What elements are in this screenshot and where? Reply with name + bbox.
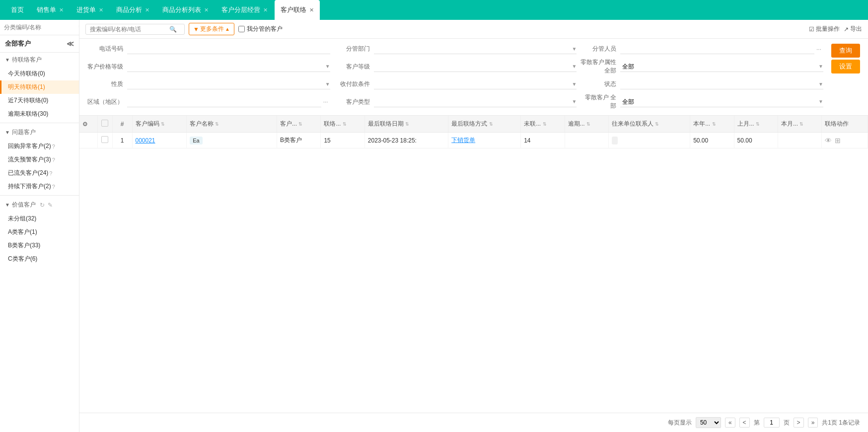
nav-purchase-close[interactable]: ✕ xyxy=(99,7,103,13)
nav-product-analysis-list[interactable]: 商品分析列表 ✕ xyxy=(156,0,215,20)
adv-select-retail-customer[interactable]: 全部 xyxy=(620,97,818,107)
nav-sales-close[interactable]: ✕ xyxy=(59,7,64,13)
per-page-select[interactable]: 50 100 xyxy=(696,417,721,428)
sidebar-collapse-icon[interactable]: ≪ xyxy=(67,40,74,48)
th-checkbox[interactable] xyxy=(97,116,112,133)
action-eye-icon[interactable]: 👁 xyxy=(825,137,832,144)
adv-select-retail-attr-wrap: 全部 ▼ xyxy=(620,62,823,72)
last-method-link[interactable]: 下销货单 xyxy=(451,137,475,144)
adv-input-region[interactable] xyxy=(127,97,321,107)
adv-field-region: 区域（地区） ··· xyxy=(87,97,330,107)
sidebar-item-tomorrow[interactable]: 明天待联络(1) xyxy=(0,80,79,94)
region-ellipsis-icon[interactable]: ··· xyxy=(321,98,330,105)
td-checkbox[interactable] xyxy=(97,133,112,148)
help-icon-2: ? xyxy=(52,157,55,163)
set-button[interactable]: 设置 xyxy=(831,60,860,73)
sidebar-item-ungrouped[interactable]: 未分组(32) xyxy=(0,212,79,225)
row-checkbox[interactable] xyxy=(101,136,108,143)
header-checkbox[interactable] xyxy=(101,120,108,127)
adv-select-dept[interactable] xyxy=(374,44,572,54)
bulk-action-btn[interactable]: ☑ 批量操作 xyxy=(809,25,840,33)
td-last-method[interactable]: 下销货单 xyxy=(448,133,521,148)
table-area: ⚙ # 客户编码 ⇅ 客户名称 ⇅ 客户... ⇅ xyxy=(79,116,868,413)
td-code[interactable]: 000021 xyxy=(132,133,187,148)
sidebar-item-churned[interactable]: 已流失客户(24) ? xyxy=(0,166,79,180)
sidebar-item-class-b[interactable]: B类客户(33) xyxy=(0,239,79,252)
th-type[interactable]: 客户... ⇅ xyxy=(277,116,320,133)
td-company-contact xyxy=(608,133,690,148)
sidebar-all-customers[interactable]: 全部客户 ≪ xyxy=(0,35,79,53)
th-overdue[interactable]: 逾期... ⇅ xyxy=(565,116,608,133)
sidebar-item-class-a[interactable]: A类客户(1) xyxy=(0,225,79,239)
nav-product-analysis-list-close[interactable]: ✕ xyxy=(204,7,209,13)
search-input[interactable] xyxy=(90,26,169,33)
nav-customer-contact[interactable]: 客户联络 ✕ xyxy=(275,0,320,20)
th-last-method[interactable]: 最后联络方式 ⇅ xyxy=(448,116,521,133)
nav-purchase[interactable]: 进货单 ✕ xyxy=(71,0,109,20)
adv-select-customer-tier[interactable] xyxy=(374,62,572,72)
sidebar-item-today[interactable]: 今天待联络(0) xyxy=(0,67,79,80)
nav-sales[interactable]: 销售单 ✕ xyxy=(31,0,70,20)
query-button[interactable]: 查询 xyxy=(831,44,860,58)
th-uncontacted[interactable]: 未联... ⇅ xyxy=(521,116,565,133)
adv-select-retail-attr[interactable]: 全部 xyxy=(620,62,818,72)
adv-select-status[interactable] xyxy=(620,79,818,89)
th-last-month[interactable]: 上月... ⇅ xyxy=(734,116,778,133)
nav-customer-tier-close[interactable]: ✕ xyxy=(263,7,268,13)
customer-code-link[interactable]: 000021 xyxy=(136,137,155,144)
sidebar-item-week7[interactable]: 近7天待联络(0) xyxy=(0,94,79,107)
th-this-year[interactable]: 本年... ⇅ xyxy=(690,116,734,133)
sidebar-item-overdue[interactable]: 逾期未联络(30) xyxy=(0,107,79,121)
manager-ellipsis-icon[interactable]: ··· xyxy=(814,46,823,53)
page-label: 第 xyxy=(754,419,760,427)
value-refresh-icon[interactable]: ↻ xyxy=(40,202,45,209)
adv-field-customer-tier: 客户等级 ▼ xyxy=(334,62,577,72)
nav-customer-tier[interactable]: 客户分层经营 ✕ xyxy=(216,0,274,20)
my-customers-checkbox-label[interactable]: 我分管的客户 xyxy=(238,25,283,33)
sidebar-search-input[interactable] xyxy=(4,24,78,31)
filter-bar: 🔍 ▼ 更多条件 ▲ 我分管的客户 ☑ 批量操作 ↗ 导出 xyxy=(79,20,868,39)
prev-page-btn[interactable]: < xyxy=(739,418,750,428)
page-number-input[interactable] xyxy=(764,418,780,428)
action-grid-icon[interactable]: ⊞ xyxy=(835,137,841,144)
status-chevron-icon: ▼ xyxy=(818,81,823,87)
td-action: 👁 ⊞ xyxy=(822,133,868,148)
sidebar-item-declining[interactable]: 持续下滑客户(2) ? xyxy=(0,180,79,193)
th-name[interactable]: 客户名称 ⇅ xyxy=(187,116,277,133)
per-page-label: 每页显示 xyxy=(668,419,692,427)
adv-select-price-tier[interactable] xyxy=(127,62,325,72)
next-page-btn[interactable]: > xyxy=(794,418,804,428)
more-conditions-btn[interactable]: ▼ 更多条件 ▲ xyxy=(189,23,234,35)
checkbox-icon: ☑ xyxy=(809,26,814,33)
adv-select-payment[interactable] xyxy=(374,79,572,89)
th-gear[interactable]: ⚙ xyxy=(79,116,97,133)
value-edit-icon[interactable]: ✎ xyxy=(48,202,53,209)
th-last-date[interactable]: 最后联络日期 ⇅ xyxy=(364,116,448,133)
sidebar-item-repurchase-abnormal[interactable]: 回购异常客户(2) ? xyxy=(0,140,79,153)
my-customers-checkbox[interactable] xyxy=(238,26,245,32)
first-page-btn[interactable]: « xyxy=(725,418,735,428)
nav-customer-contact-close[interactable]: ✕ xyxy=(309,7,314,13)
export-btn[interactable]: ↗ 导出 xyxy=(844,25,862,33)
sidebar-item-churn-warning[interactable]: 流失预警客户(3) ? xyxy=(0,153,79,166)
td-gear xyxy=(79,133,97,148)
customer-type-chevron-icon: ▼ xyxy=(572,99,577,104)
adv-select-customer-type[interactable] xyxy=(374,97,572,107)
th-contact-count[interactable]: 联络... ⇅ xyxy=(321,116,364,133)
adv-input-phone[interactable] xyxy=(127,44,330,54)
adv-label-retail-attr: 零散客户属性 全部 xyxy=(580,58,620,75)
td-type: B类客户 xyxy=(277,133,320,148)
last-page-btn[interactable]: » xyxy=(808,418,818,428)
sidebar-item-class-c[interactable]: C类客户(6) xyxy=(0,252,79,266)
nav-product-analysis-close[interactable]: ✕ xyxy=(145,7,149,13)
adv-field-nature: 性质 ▼ xyxy=(87,79,330,89)
adv-input-manager[interactable] xyxy=(620,44,814,54)
th-this-month[interactable]: 本月... ⇅ xyxy=(778,116,822,133)
adv-select-nature[interactable] xyxy=(127,79,325,89)
code-sort-icon: ⇅ xyxy=(161,122,165,127)
nav-product-analysis[interactable]: 商品分析 ✕ xyxy=(110,0,155,20)
search-icon[interactable]: 🔍 xyxy=(169,26,177,33)
nav-home[interactable]: 首页 xyxy=(5,0,30,20)
th-code[interactable]: 客户编码 ⇅ xyxy=(132,116,187,133)
th-company-contact[interactable]: 往来单位联系人 ⇅ xyxy=(608,116,690,133)
